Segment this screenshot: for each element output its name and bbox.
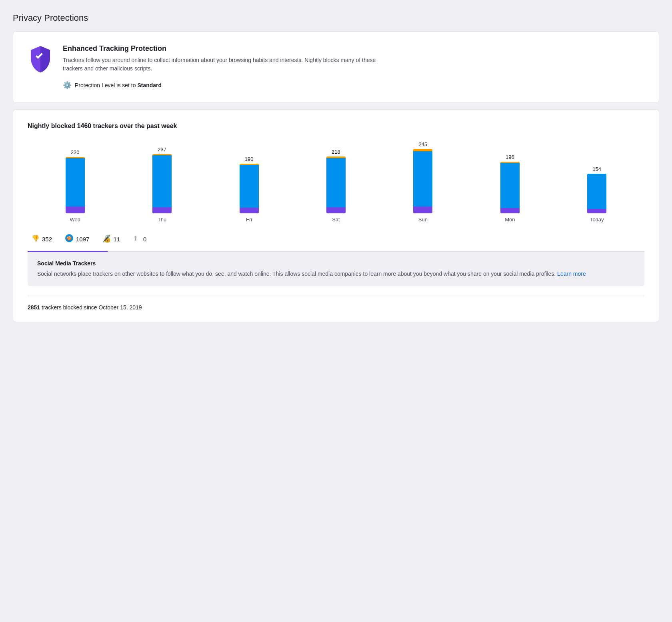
svg-text:🍪: 🍪: [66, 235, 72, 241]
etp-title: Enhanced Tracking Protection: [63, 44, 391, 53]
bar-stack: [500, 162, 520, 213]
learn-more-link[interactable]: Learn more: [557, 271, 586, 277]
legend-item-1: 🍪1097: [65, 234, 89, 245]
bar-group-sat: 218Sat: [326, 149, 346, 223]
bar-blue-segment: [240, 165, 259, 208]
legend-item-0: 👎352: [32, 234, 52, 244]
bar-blue-segment: [152, 155, 172, 207]
bar-value: 220: [71, 149, 80, 155]
bar-blue-segment: [66, 158, 85, 207]
total-blocked: 2851 trackers blocked since October 15, …: [28, 304, 644, 311]
bar-stack: [66, 157, 85, 213]
etp-content: Enhanced Tracking Protection Trackers fo…: [63, 44, 391, 90]
bar-group-wed: 220Wed: [66, 149, 85, 223]
bar-blue-segment: [500, 163, 520, 208]
bar-stack: [587, 174, 606, 213]
bar-label: Fri: [246, 217, 252, 223]
legend-item-3: ⬆0: [133, 234, 146, 244]
protection-level-text: Protection Level is set to Standard: [75, 82, 162, 88]
bar-group-mon: 196Mon: [500, 154, 520, 223]
cryptominers-icon: ⬆: [133, 234, 141, 244]
bar-chart: 220Wed237Thu190Fri218Sat245Sun196Mon154T…: [28, 142, 644, 223]
bar-blue-segment: [413, 151, 432, 207]
bar-value: 154: [592, 166, 601, 172]
bar-stack: [240, 164, 259, 213]
stats-card: Nightly blocked 1460 trackers over the p…: [13, 109, 659, 322]
bar-value: 218: [332, 149, 340, 155]
bar-purple-segment: [500, 208, 520, 213]
etp-description: Trackers follow you around online to col…: [63, 56, 391, 73]
bar-label: Wed: [70, 217, 80, 223]
info-box: Social Media Trackers Social networks pl…: [28, 252, 644, 286]
info-box-title: Social Media Trackers: [37, 260, 635, 267]
bar-label: Today: [590, 217, 604, 223]
bar-purple-segment: [66, 207, 85, 213]
social-trackers-icon: 👎: [32, 234, 40, 244]
bar-label: Sat: [332, 217, 340, 223]
stats-title: Nightly blocked 1460 trackers over the p…: [28, 122, 644, 130]
bar-value: 196: [506, 154, 514, 160]
etp-card: Enhanced Tracking Protection Trackers fo…: [13, 31, 659, 103]
bar-group-today: 154Today: [587, 166, 606, 223]
bar-blue-segment: [326, 158, 346, 207]
bar-stack: [152, 154, 172, 213]
legend-count: 0: [143, 236, 146, 243]
bar-group-fri: 190Fri: [240, 156, 259, 223]
shield-icon: [28, 44, 53, 73]
bar-stack: [413, 149, 432, 213]
fingerprinters-icon: 🔏: [102, 234, 111, 245]
cross-site-trackers-icon: 🍪: [65, 234, 74, 245]
legend-item-2: 🔏11: [102, 234, 120, 245]
divider: [28, 296, 644, 296]
bar-purple-segment: [413, 207, 432, 213]
svg-text:👎: 👎: [32, 235, 40, 242]
info-box-description: Social networks place trackers on other …: [37, 270, 635, 278]
svg-text:⬆: ⬆: [133, 235, 138, 242]
legend-count: 11: [113, 236, 120, 243]
bar-group-sun: 245Sun: [413, 141, 432, 223]
legend-count: 1097: [76, 236, 89, 243]
bar-label: Mon: [505, 217, 515, 223]
bar-purple-segment: [152, 207, 172, 213]
bar-value: 245: [419, 141, 428, 147]
bar-blue-segment: [587, 174, 606, 209]
bar-stack: [326, 157, 346, 213]
bar-purple-segment: [587, 209, 606, 213]
bar-value: 237: [158, 146, 166, 152]
legend-count: 352: [42, 236, 52, 243]
bar-purple-segment: [240, 208, 259, 213]
bar-label: Thu: [158, 217, 166, 223]
page-title: Privacy Protections: [13, 13, 659, 23]
bar-label: Sun: [418, 217, 428, 223]
bar-purple-segment: [326, 207, 346, 213]
bar-value: 190: [245, 156, 254, 162]
protection-level: ⚙️ Protection Level is set to Standard: [63, 81, 391, 90]
svg-text:🔏: 🔏: [102, 234, 111, 243]
gear-icon: ⚙️: [63, 81, 72, 90]
legend-row: 👎352🍪1097🔏11⬆0: [28, 234, 644, 245]
bar-group-thu: 237Thu: [152, 146, 172, 223]
